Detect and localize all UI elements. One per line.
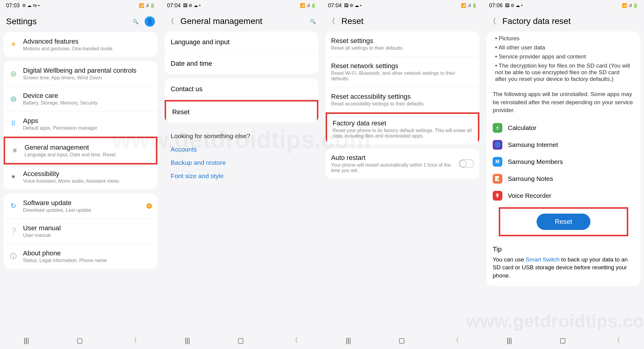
app-calculator: ±Calculator xyxy=(487,119,640,136)
members-icon: M xyxy=(493,157,502,167)
screen-general-management: 07:04🖼 ⚙ ☁ • 📶 .ıl 🔋 〈 General managemen… xyxy=(161,0,322,349)
info-icon: ⓘ xyxy=(9,252,18,261)
header: 〈 Reset xyxy=(322,11,483,32)
header: 〈 General management 🔍 xyxy=(161,11,322,32)
link-backup-restore[interactable]: Backup and restore xyxy=(165,156,318,169)
back-icon[interactable]: 〈 xyxy=(489,16,496,26)
erase-list: • Pictures • All other user data • Servi… xyxy=(487,34,640,88)
device-care-icon: ◎ xyxy=(9,95,18,103)
link-font-size[interactable]: Font size and style xyxy=(165,169,318,183)
item-auto-restart[interactable]: Auto restartYour phone will restart auto… xyxy=(326,148,479,179)
statusbar: 07:03⚙ ☁ 🛍 • 📶 .ıl 🔋 xyxy=(0,0,161,11)
recorder-icon: 🎙 xyxy=(493,191,502,201)
search-icon[interactable]: 🔍 xyxy=(310,18,316,24)
back-icon[interactable]: 〈 xyxy=(167,16,174,26)
back-button[interactable]: 〈 xyxy=(452,336,459,345)
item-user-manual[interactable]: ❔ User manualUser manual xyxy=(4,219,157,244)
home-button[interactable]: ▢ xyxy=(399,337,405,344)
header: Settings 🔍 👤 xyxy=(0,11,161,32)
uninstall-paragraph: The following apps will be uninstalled. … xyxy=(487,88,640,119)
item-device-care[interactable]: ◎ Device careBattery, Storage, Memory, S… xyxy=(4,86,157,111)
item-reset-accessibility[interactable]: Reset accessibility settingsReset access… xyxy=(326,87,479,112)
item-apps[interactable]: ⠿ AppsDefault apps, Permission manager xyxy=(4,111,157,137)
tip-title: Tip xyxy=(487,239,640,256)
item-date-time[interactable]: Date and time xyxy=(165,53,318,74)
statusbar: 07:06🖼 ⚙ ☁ • 📶 .ıl 🔋 xyxy=(483,0,644,11)
smart-switch-link[interactable]: Smart Switch xyxy=(526,256,560,263)
tip-text: You can use Smart Switch to back up your… xyxy=(487,256,640,286)
app-samsung-internet: 🌐Samsung Internet xyxy=(487,136,640,153)
gear-icon: ✳ xyxy=(9,40,18,49)
recents-button[interactable]: ||| xyxy=(24,337,29,344)
home-button[interactable]: ▢ xyxy=(77,337,83,344)
app-samsung-members: MSamsung Members xyxy=(487,153,640,170)
manual-icon: ❔ xyxy=(9,227,18,235)
back-icon[interactable]: 〈 xyxy=(328,16,335,26)
navbar: ||| ▢ 〈 xyxy=(483,332,644,349)
home-button[interactable]: ▢ xyxy=(238,337,244,344)
back-button[interactable]: 〈 xyxy=(130,336,137,345)
navbar: ||| ▢ 〈 xyxy=(0,332,161,349)
recents-button[interactable]: ||| xyxy=(185,337,190,344)
page-title: Settings xyxy=(6,17,126,26)
item-reset[interactable]: Reset xyxy=(165,100,318,123)
apps-icon: ⠿ xyxy=(9,120,18,128)
profile-icon[interactable]: 👤 xyxy=(145,16,155,27)
search-icon[interactable]: 🔍 xyxy=(133,19,139,25)
navbar: ||| ▢ 〈 xyxy=(322,332,483,349)
app-samsung-notes: 📝Samsung Notes xyxy=(487,170,640,187)
item-accessibility[interactable]: ✴ AccessibilityVoice Assistant, Mono aud… xyxy=(4,165,157,189)
recents-button[interactable]: ||| xyxy=(346,337,351,344)
badge-new: N xyxy=(146,203,152,209)
navbar: ||| ▢ 〈 xyxy=(161,332,322,349)
item-software-update[interactable]: ↻ Software updateDownload updates, Last … xyxy=(4,194,157,219)
item-general-management[interactable]: ≡ General managementLanguage and input, … xyxy=(4,137,157,165)
link-accounts[interactable]: Accounts xyxy=(165,143,318,156)
screen-settings: 07:03⚙ ☁ 🛍 • 📶 .ıl 🔋 Settings 🔍 👤 ✳ Adva… xyxy=(0,0,161,349)
looking-for-label: Looking for something else? xyxy=(165,127,318,143)
statusbar: 07:04🖼 ⚙ ☁ • 📶 .ıl 🔋 xyxy=(161,0,322,11)
back-button[interactable]: 〈 xyxy=(613,336,620,345)
page-title: General management xyxy=(180,16,304,26)
sliders-icon: ≡ xyxy=(11,146,19,155)
screen-reset: 07:04🖼 ⚙ ☁ • 📶 .ıl 🔋 〈 Reset Reset setti… xyxy=(322,0,483,349)
reset-button[interactable]: Reset xyxy=(537,214,590,230)
calculator-icon: ± xyxy=(493,123,502,133)
notes-icon: 📝 xyxy=(493,174,502,184)
page-title: Factory data reset xyxy=(502,16,638,26)
item-reset-settings[interactable]: Reset settingsReset all settings to thei… xyxy=(326,32,479,57)
back-button[interactable]: 〈 xyxy=(291,336,298,345)
item-reset-network[interactable]: Reset network settingsReset Wi-Fi, Bluet… xyxy=(326,57,479,87)
header: 〈 Factory data reset xyxy=(483,11,644,32)
item-advanced-features[interactable]: ✳ Advanced featuresMotions and gestures,… xyxy=(4,32,157,57)
auto-restart-toggle[interactable] xyxy=(459,159,474,168)
app-voice-recorder: 🎙Voice Recorder xyxy=(487,187,640,204)
home-button[interactable]: ▢ xyxy=(560,337,566,344)
item-about-phone[interactable]: ⓘ About phoneStatus, Legal information, … xyxy=(4,244,157,269)
statusbar: 07:04🖼 ⚙ ☁ • 📶 .ıl 🔋 xyxy=(322,0,483,11)
wellbeing-icon: ◎ xyxy=(9,69,18,78)
item-factory-data-reset[interactable]: Factory data resetReset your phone to it… xyxy=(326,112,479,144)
screen-factory-reset: 07:06🖼 ⚙ ☁ • 📶 .ıl 🔋 〈 Factory data rese… xyxy=(483,0,644,349)
item-digital-wellbeing[interactable]: ◎ Digital Wellbeing and parental control… xyxy=(4,61,157,86)
page-title: Reset xyxy=(341,16,477,26)
accessibility-icon: ✴ xyxy=(9,173,18,181)
internet-icon: 🌐 xyxy=(493,140,502,150)
update-icon: ↻ xyxy=(9,202,18,210)
item-language-input[interactable]: Language and input xyxy=(165,32,318,53)
recents-button[interactable]: ||| xyxy=(507,337,512,344)
item-contact-us[interactable]: Contact us xyxy=(165,78,318,100)
